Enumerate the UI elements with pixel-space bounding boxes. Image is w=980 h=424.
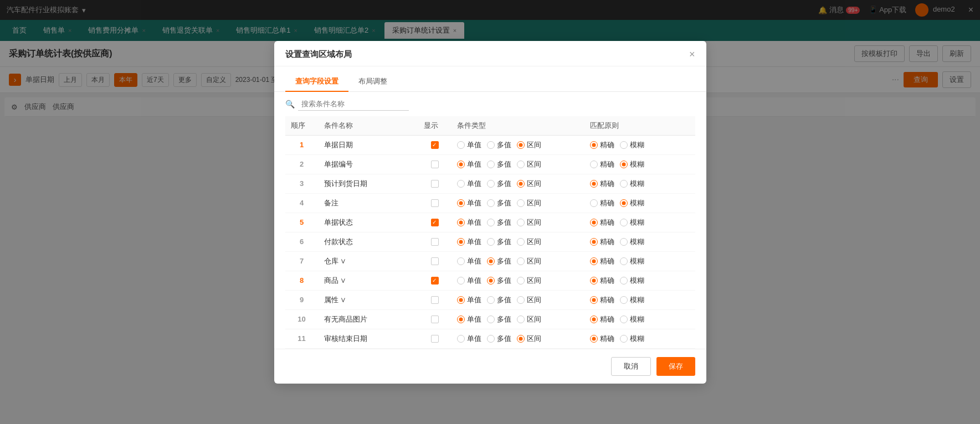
modal-header: 设置查询区域布局 ×	[274, 41, 706, 66]
modal-tab-layout-label: 布局调整	[358, 77, 387, 85]
col-type: 条件类型	[451, 116, 584, 122]
modal-tab-query-fields[interactable]: 查询字段设置	[285, 72, 348, 92]
modal-close-button[interactable]: ×	[689, 49, 695, 60]
modal-table-header-row: 顺序 条件名称 显示 条件类型 匹配原则	[285, 116, 695, 122]
col-name: 条件名称	[319, 116, 418, 122]
settings-modal: 设置查询区域布局 × 查询字段设置 布局调整 🔍 顺序 条件名称	[274, 41, 706, 122]
modal-tab-query-fields-label: 查询字段设置	[295, 77, 338, 85]
modal-title: 设置查询区域布局	[285, 49, 352, 60]
col-order: 顺序	[285, 116, 319, 122]
col-match: 匹配原则	[584, 116, 695, 122]
modal-search-area: 🔍	[274, 92, 706, 116]
search-icon: 🔍	[285, 100, 295, 108]
col-display: 显示	[418, 116, 451, 122]
modal-table: 顺序 条件名称 显示 条件类型 匹配原则 1单据日期单值多值区间精确模糊2单据编…	[285, 116, 695, 122]
modal-table-wrap: 顺序 条件名称 显示 条件类型 匹配原则 1单据日期单值多值区间精确模糊2单据编…	[274, 116, 706, 122]
modal-overlay: 设置查询区域布局 × 查询字段设置 布局调整 🔍 顺序 条件名称	[0, 0, 980, 121]
modal-search-input[interactable]	[298, 97, 409, 111]
modal-tabs: 查询字段设置 布局调整	[274, 66, 706, 92]
modal-tab-layout[interactable]: 布局调整	[348, 72, 397, 92]
